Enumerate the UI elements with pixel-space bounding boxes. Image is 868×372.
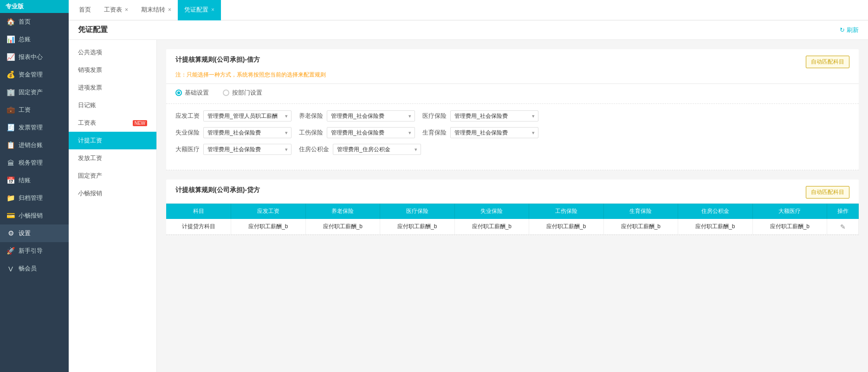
home-icon: 🏠	[6, 18, 15, 26]
sidebar-item-tax-management[interactable]: 🏛税务管理	[0, 154, 69, 172]
radio-basic[interactable]: 基础设置	[175, 89, 209, 97]
tab-salary-table[interactable]: 工资表×	[97, 0, 135, 20]
sidebar-item-member[interactable]: V畅会员	[0, 260, 69, 277]
left-nav-label-salary-table: 工资表	[78, 119, 96, 127]
select-salary-wrapper: 管理费用_管理人员职工薪酬	[203, 110, 291, 122]
table-cell-0-8: 应付职工薪酬_b	[752, 219, 827, 235]
sidebar-item-settings[interactable]: ⚙设置	[0, 224, 69, 242]
credit-table-container: 科目应发工资养老保险医疗保险失业保险工伤保险生育保险住房公积金大额医疗操作 计提…	[166, 204, 859, 235]
label-salary: 应发工资	[175, 112, 200, 120]
salary-icon: 💼	[6, 106, 15, 114]
sidebar-item-guide[interactable]: 🚀新手引导	[0, 242, 69, 260]
left-nav-item-small-smooth-expense[interactable]: 小畅报销	[69, 185, 156, 202]
tab-voucher-config[interactable]: 凭证配置×	[178, 0, 221, 20]
sidebar-item-invoice-management[interactable]: 🧾发票管理	[0, 119, 69, 136]
form-row-2: 失业保险 管理费用_社会保险费 工伤保险 管理费用_社会	[175, 127, 849, 138]
left-nav-item-salary-table[interactable]: 工资表NEW	[69, 114, 156, 132]
sidebar-label-tax-management: 税务管理	[19, 159, 43, 167]
select-maternity[interactable]: 管理费用_社会保险费	[450, 127, 538, 138]
page-title-bar: 凭证配置 ↻ 刷新	[69, 20, 868, 40]
left-nav-label-small-smooth-expense: 小畅报销	[78, 189, 102, 198]
sidebar-label-home: 首页	[19, 18, 31, 26]
credit-section-title: 计提核算规则(公司承担)-贷方	[175, 186, 260, 194]
general-ledger-icon: 📊	[6, 35, 15, 44]
select-medical[interactable]: 管理费用_社会保险费	[450, 110, 538, 122]
new-badge-salary-table: NEW	[133, 120, 147, 126]
member-icon: V	[6, 265, 15, 273]
credit-table: 科目应发工资养老保险医疗保险失业保险工伤保险生育保险住房公积金大额医疗操作 计提…	[166, 204, 859, 235]
left-nav-item-fixed-assets[interactable]: 固定资产	[69, 167, 156, 185]
credit-section: 计提核算规则(公司承担)-贷方 自动匹配科目 科目应发工资养老保险医疗保险失业保…	[166, 180, 859, 235]
right-main: 计提核算规则(公司承担)-借方 自动匹配科目 注：只能选择一种方式，系统将按照您…	[157, 40, 868, 372]
field-unemployment: 失业保险 管理费用_社会保险费	[175, 127, 291, 138]
left-nav-item-pay-salary[interactable]: 发放工资	[69, 149, 156, 167]
purchase-sales-icon: 📋	[6, 141, 15, 149]
left-nav-label-cancel-invoice: 销项发票	[78, 66, 102, 74]
credit-auto-match-button[interactable]: 自动匹配科目	[806, 186, 849, 199]
sidebar-item-report-center[interactable]: 📈报表中心	[0, 48, 69, 66]
page-title: 凭证配置	[78, 25, 108, 35]
sidebar-label-invoice-management: 发票管理	[19, 123, 43, 132]
refresh-button[interactable]: ↻ 刷新	[840, 26, 859, 34]
sidebar-item-fund-management[interactable]: 💰资金管理	[0, 66, 69, 83]
th-失业保险: 失业保险	[454, 204, 529, 219]
left-nav-item-cancel-invoice[interactable]: 销项发票	[69, 61, 156, 79]
select-pension-wrapper: 管理费用_社会保险费	[327, 110, 415, 122]
table-cell-0-1: 应付职工薪酬_b	[231, 219, 306, 235]
radio-department[interactable]: 按部门设置	[223, 89, 262, 97]
select-salary[interactable]: 管理费用_管理人员职工薪酬	[203, 110, 291, 122]
select-injury-wrapper: 管理费用_社会保险费	[327, 127, 415, 138]
select-pension[interactable]: 管理费用_社会保险费	[327, 110, 415, 122]
label-unemployment: 失业保险	[175, 128, 200, 137]
select-unemployment[interactable]: 管理费用_社会保险费	[203, 127, 291, 138]
settings-icon: ⚙	[6, 229, 15, 237]
left-nav-item-journal[interactable]: 日记账	[69, 96, 156, 114]
sidebar-item-archive-management[interactable]: 📁归档管理	[0, 189, 69, 207]
tab-period-end[interactable]: 期末结转×	[135, 0, 178, 20]
table-action-0[interactable]: ✎	[827, 219, 859, 235]
select-injury[interactable]: 管理费用_社会保险费	[327, 127, 415, 138]
table-cell-0-7: 应付职工薪酬_b	[678, 219, 753, 235]
sidebar-item-closing[interactable]: 📅结账	[0, 172, 69, 189]
left-nav-item-payroll-accrual[interactable]: 计提工资	[69, 132, 156, 149]
sidebar-label-archive-management: 归档管理	[19, 194, 43, 202]
small-smooth-expense-icon: 💳	[6, 212, 15, 220]
sidebar-label-general-ledger: 总账	[19, 35, 31, 44]
th-操作: 操作	[827, 204, 859, 219]
radio-basic-label: 基础设置	[185, 89, 209, 97]
tab-close-period-end[interactable]: ×	[168, 6, 171, 13]
select-large-medical[interactable]: 管理费用_社会保险费	[203, 144, 291, 155]
select-housing-fund[interactable]: 管理费用_住房公积金	[333, 144, 421, 155]
sidebar-item-general-ledger[interactable]: 📊总账	[0, 31, 69, 48]
table-cell-0-3: 应付职工薪酬_b	[380, 219, 455, 235]
debit-section-header: 计提核算规则(公司承担)-借方 自动匹配科目 注：只能选择一种方式，系统将按照您…	[166, 49, 859, 84]
app-title: 专业版	[6, 2, 24, 11]
credit-section-actions: 自动匹配科目	[806, 186, 849, 199]
th-科目: 科目	[166, 204, 231, 219]
tab-label-salary-table: 工资表	[104, 6, 122, 14]
tab-close-voucher-config[interactable]: ×	[211, 6, 214, 13]
left-nav-label-entry-invoice: 进项发票	[78, 83, 102, 92]
tab-home[interactable]: 首页	[72, 0, 97, 20]
debit-auto-match-button[interactable]: 自动匹配科目	[806, 56, 849, 68]
sidebar-item-salary[interactable]: 💼工资	[0, 101, 69, 119]
debit-form: 应发工资 管理费用_管理人员职工薪酬 养老保险 管理费用	[166, 106, 859, 168]
select-medical-wrapper: 管理费用_社会保险费	[450, 110, 538, 122]
left-nav-item-public-options[interactable]: 公共选项	[69, 44, 156, 61]
sidebar-item-home[interactable]: 🏠首页	[0, 13, 69, 31]
field-housing-fund: 住房公积金 管理费用_住房公积金	[299, 144, 421, 155]
label-medical: 医疗保险	[422, 112, 447, 120]
sidebar-item-purchase-sales[interactable]: 📋进销台账	[0, 136, 69, 154]
select-large-medical-wrapper: 管理费用_社会保险费	[203, 144, 291, 155]
edit-icon-0[interactable]: ✎	[840, 223, 846, 231]
sidebar-item-small-smooth-expense[interactable]: 💳小畅报销	[0, 207, 69, 224]
sidebar-item-fixed-assets[interactable]: 🏢固定资产	[0, 83, 69, 101]
closing-icon: 📅	[6, 176, 15, 185]
credit-section-header: 计提核算规则(公司承担)-贷方 自动匹配科目	[166, 180, 859, 204]
sidebar-header: 专业版	[0, 0, 69, 13]
table-cell-0-6: 应付职工薪酬_b	[603, 219, 678, 235]
report-center-icon: 📈	[6, 53, 15, 61]
sidebar-label-guide: 新手引导	[19, 247, 43, 255]
tab-close-salary-table[interactable]: ×	[125, 6, 128, 13]
left-nav-item-entry-invoice[interactable]: 进项发票	[69, 79, 156, 96]
